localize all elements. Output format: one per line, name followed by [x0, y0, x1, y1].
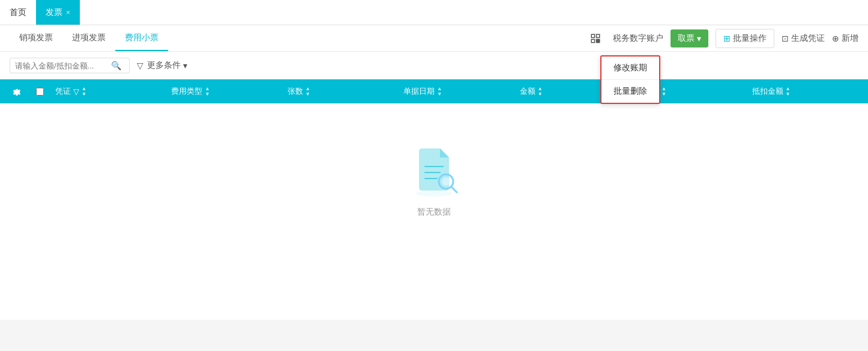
empty-illustration — [404, 139, 464, 200]
batch-op-container: ⊞ 批量操作 修改账期 批量删除 — [716, 29, 774, 48]
batch-op-button[interactable]: ⊞ 批量操作 — [716, 29, 774, 48]
th-voucher-label: 凭证 — [55, 86, 71, 97]
tab-input-invoice[interactable]: 进项发票 — [62, 25, 115, 51]
th-deduction-rate-sort[interactable]: ▲▼ — [662, 87, 666, 97]
th-count: 张数 ▲▼ — [283, 86, 399, 97]
nav-tab-label: 发票 — [46, 7, 62, 18]
th-expense-type-label: 费用类型 — [171, 86, 202, 97]
svg-rect-3 — [597, 39, 598, 40]
toolbar: 🔍 ▽ 更多条件 ▾ — [0, 52, 868, 79]
batch-op-label: 批量操作 — [733, 33, 767, 44]
svg-rect-5 — [597, 41, 598, 42]
take-ticket-label: 取票 — [678, 33, 695, 44]
dropdown-item-batch-delete[interactable]: 批量删除 — [601, 80, 659, 103]
more-conditions-chevron: ▾ — [183, 61, 187, 70]
th-deduction-amount-sort[interactable]: ▲▼ — [786, 87, 791, 97]
gen-voucher-button[interactable]: ⊡ 生成凭证 — [782, 33, 825, 44]
empty-state: 暂无数据 — [0, 103, 868, 254]
sub-nav-tabs: 销项发票 进项发票 费用小票 — [10, 25, 168, 51]
select-all-checkbox[interactable] — [36, 88, 44, 96]
search-box[interactable]: 🔍 — [10, 58, 130, 73]
th-voucher: 凭证 ▽ ▲▼ — [50, 86, 166, 97]
nav-home[interactable]: 首页 — [0, 0, 36, 25]
take-ticket-button[interactable]: 取票 ▾ — [671, 29, 708, 47]
th-date-sort[interactable]: ▲▼ — [437, 87, 442, 97]
gen-voucher-icon: ⊡ — [782, 34, 789, 43]
th-count-label: 张数 — [288, 86, 303, 97]
add-new-button[interactable]: ⊕ 新增 — [832, 33, 858, 44]
batch-op-dropdown: 修改账期 批量删除 — [600, 55, 660, 104]
svg-rect-1 — [597, 34, 600, 37]
close-icon[interactable]: × — [66, 8, 70, 17]
voucher-filter-icon[interactable]: ▽ — [73, 87, 79, 96]
tab-expense-receipt[interactable]: 费用小票 — [115, 25, 168, 51]
filter-icon: ▽ — [137, 61, 143, 70]
svg-rect-0 — [591, 34, 594, 37]
th-date-label: 单据日期 — [403, 86, 435, 97]
sub-nav: 销项发票 进项发票 费用小票 税务数字账户 取票 ▾ ⊞ 批量操作 修改账期 — [0, 25, 868, 52]
th-amount-sort[interactable]: ▲▼ — [538, 87, 543, 97]
batch-icon: ⊞ — [723, 34, 731, 43]
th-expense-sort[interactable]: ▲▼ — [205, 87, 209, 97]
qr-icon-button[interactable] — [585, 31, 606, 46]
tax-account-button[interactable]: 税务数字账户 — [613, 33, 663, 44]
more-conditions-label: 更多条件 — [147, 60, 181, 71]
svg-line-13 — [451, 187, 457, 192]
svg-rect-6 — [598, 39, 600, 40]
add-new-icon: ⊕ — [832, 34, 839, 43]
svg-rect-4 — [598, 41, 600, 42]
th-amount-label: 金额 — [520, 86, 535, 97]
th-deduction-amount: 抵扣金额 ▲▼ — [747, 86, 863, 97]
th-expense-type: 费用类型 ▲▼ — [166, 86, 282, 97]
more-conditions-button[interactable]: ▽ 更多条件 ▾ — [137, 60, 187, 71]
svg-point-7 — [416, 191, 452, 197]
svg-rect-2 — [591, 39, 594, 42]
th-voucher-sort[interactable]: ▲▼ — [82, 87, 86, 97]
th-deduction-amount-label: 抵扣金额 — [752, 86, 783, 97]
qr-icon — [590, 33, 601, 44]
search-input[interactable] — [15, 61, 111, 70]
gear-icon — [12, 87, 22, 96]
table-header: 凭证 ▽ ▲▼ 费用类型 ▲▼ 张数 ▲▼ 单据日期 ▲▼ 金额 ▲▼ 抵扣率 … — [0, 79, 868, 103]
th-checkbox[interactable] — [29, 88, 50, 96]
nav-tab-invoice[interactable]: 发票 × — [36, 0, 80, 25]
th-settings[interactable] — [5, 87, 29, 96]
th-date: 单据日期 ▲▼ — [399, 86, 514, 97]
search-icon: 🔍 — [111, 61, 121, 70]
add-new-label: 新增 — [842, 33, 858, 44]
gen-voucher-label: 生成凭证 — [791, 33, 825, 44]
dropdown-item-modify-period[interactable]: 修改账期 — [601, 56, 659, 79]
take-ticket-chevron: ▾ — [697, 34, 701, 43]
content-area: 凭证 ▽ ▲▼ 费用类型 ▲▼ 张数 ▲▼ 单据日期 ▲▼ 金额 ▲▼ 抵扣率 … — [0, 79, 868, 320]
empty-text: 暂无数据 — [417, 207, 451, 218]
sub-nav-actions: 税务数字账户 取票 ▾ ⊞ 批量操作 修改账期 批量删除 ⊡ 生成凭证 ⊕ 新增 — [585, 29, 858, 48]
tab-sales-invoice[interactable]: 销项发票 — [10, 25, 62, 51]
th-count-sort[interactable]: ▲▼ — [306, 87, 310, 97]
svg-point-12 — [442, 177, 450, 186]
top-nav: 首页 发票 × — [0, 0, 868, 25]
